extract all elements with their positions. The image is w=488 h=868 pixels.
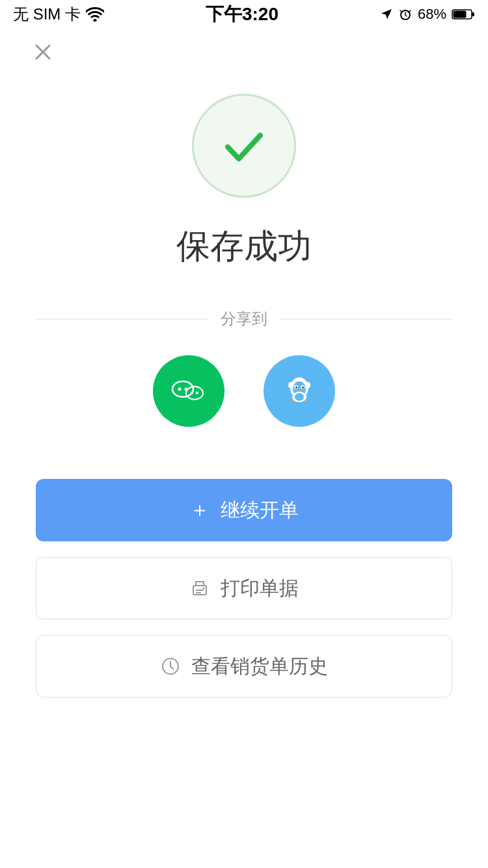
svg-point-17 xyxy=(302,387,304,388)
print-icon xyxy=(189,578,210,599)
svg-rect-2 xyxy=(472,12,474,16)
history-label: 查看销货单历史 xyxy=(191,653,328,680)
qq-share-button[interactable] xyxy=(264,355,335,427)
success-icon-circle xyxy=(192,94,296,198)
svg-rect-26 xyxy=(196,590,204,591)
svg-point-16 xyxy=(295,387,297,388)
main-content: 保存成功 分享到 xyxy=(0,29,488,698)
battery-percent: 68% xyxy=(418,6,446,23)
svg-point-9 xyxy=(186,387,203,400)
battery-icon xyxy=(452,8,475,20)
svg-rect-27 xyxy=(196,592,201,593)
qq-icon xyxy=(279,371,319,411)
alarm-icon xyxy=(398,7,413,21)
svg-point-23 xyxy=(288,382,293,388)
share-label: 分享到 xyxy=(221,308,267,329)
svg-point-7 xyxy=(178,388,182,391)
status-left: 无 SIM 卡 xyxy=(13,4,104,25)
svg-point-22 xyxy=(295,393,304,401)
wifi-icon xyxy=(86,7,104,21)
history-icon xyxy=(160,656,181,677)
print-label: 打印单据 xyxy=(221,575,299,602)
svg-point-6 xyxy=(172,381,193,397)
action-buttons: ＋ 继续开单 打印单据 查看销货单历史 xyxy=(36,479,452,698)
status-time: 下午3:20 xyxy=(206,2,278,27)
svg-point-11 xyxy=(196,392,198,394)
checkmark-icon xyxy=(218,120,270,172)
sim-text: 无 SIM 卡 xyxy=(13,4,81,25)
status-bar: 无 SIM 卡 下午3:20 68% xyxy=(0,0,488,29)
svg-point-28 xyxy=(203,588,205,590)
status-right: 68% xyxy=(380,6,475,23)
print-button[interactable]: 打印单据 xyxy=(36,557,452,619)
location-icon xyxy=(380,8,393,21)
continue-button[interactable]: ＋ 继续开单 xyxy=(36,479,452,541)
close-button[interactable] xyxy=(29,38,57,66)
continue-icon: ＋ xyxy=(189,496,210,524)
continue-label: 继续开单 xyxy=(221,497,299,524)
share-icons-row xyxy=(153,355,335,427)
divider-left xyxy=(36,319,208,319)
history-button[interactable]: 查看销货单历史 xyxy=(36,635,452,698)
divider-right xyxy=(280,319,452,319)
wechat-icon xyxy=(169,371,209,411)
share-section: 分享到 xyxy=(36,308,452,329)
success-title: 保存成功 xyxy=(176,224,312,269)
wechat-share-button[interactable] xyxy=(153,355,224,427)
svg-rect-3 xyxy=(453,11,466,18)
svg-point-24 xyxy=(305,382,310,388)
svg-point-10 xyxy=(191,392,193,394)
